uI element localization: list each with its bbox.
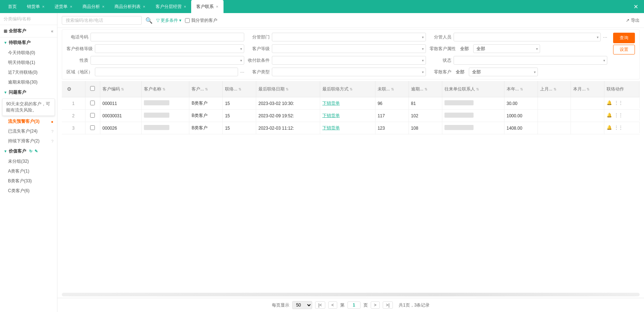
sidebar-item-churn-warning[interactable]: 流失预警客户(3) ● [0,117,57,126]
row-contact-2: 15 [223,122,256,134]
action-more-icon[interactable]: ⋮⋮ [614,100,623,105]
tab-analysis-close[interactable]: × [102,4,104,9]
person-more-btn[interactable]: ··· [603,34,607,40]
row-action-0[interactable]: 🔔 ⋮⋮ [604,97,639,108]
tab-customer-contact-close[interactable]: × [216,4,218,9]
chevron-down-icon: ▾ [179,18,181,23]
row-code-0: 000011 [100,97,141,110]
row-contact-person-0 [442,97,504,110]
first-page-btn[interactable]: |< [315,301,325,309]
th-checkbox [85,81,100,97]
status-select[interactable] [454,56,607,65]
nature-select[interactable] [90,56,244,65]
settings-button[interactable]: 设置 [613,45,635,54]
tab-analysis-list[interactable]: 商品分析列表 × [109,0,150,13]
tab-home-label: 首页 [8,4,17,10]
th-contact[interactable]: 联络...⇅ [223,81,256,97]
level-select[interactable] [272,44,426,53]
row-action-2[interactable]: 🔔 ⋮⋮ [604,122,639,133]
th-last-method[interactable]: 最后联络方式⇅ [320,81,375,97]
row-overdue-2: 108 [408,122,442,134]
last-page-btn[interactable]: >| [383,301,393,309]
tab-purchase[interactable]: 进货单 × [49,0,77,13]
sidebar-item-b-class[interactable]: B类客户(33) [0,176,57,186]
per-page-select[interactable]: 50 100 [292,301,312,309]
my-customers-checkbox[interactable]: 我分管的客户 [185,17,217,24]
refresh-icon[interactable]: ↻ [29,149,32,154]
row-last-method-0[interactable]: 下销货单 [320,97,375,110]
more-conditions-btn[interactable]: ▽ 更多条件 ▾ [156,17,181,24]
th-last-month[interactable]: 上月...⇅ [538,81,571,97]
action-contact-icon[interactable]: 🔔 [607,100,612,105]
tab-purchase-close[interactable]: × [70,4,72,9]
th-year-amount[interactable]: 本年...⇅ [504,81,538,97]
payment-select[interactable] [272,56,426,65]
tab-sales-close[interactable]: × [42,4,44,9]
th-no-contact[interactable]: 未联...⇅ [375,81,408,97]
horizontal-scrollbar[interactable] [62,293,640,296]
sidebar-item-c-class[interactable]: C类客户(6) [0,186,57,196]
tab-analysis-list-close[interactable]: × [143,4,145,9]
row-checkbox-1[interactable] [85,110,100,122]
phone-input[interactable] [90,33,244,41]
sidebar-group-value[interactable]: ▼ 价值客户 ↻ ✎ [0,146,57,157]
sidebar-item-overdue[interactable]: 逾期未联络(30) [0,77,57,87]
gear-settings-btn[interactable]: ⚙ [64,84,74,94]
tab-home[interactable]: 首页 [3,0,22,13]
th-contact-person[interactable]: 往来单位联系人⇅ [442,81,504,97]
action-contact-icon[interactable]: 🔔 [607,113,612,118]
next-page-btn[interactable]: > [371,301,380,309]
sidebar-item-tomorrow[interactable]: 明天待联络(1) [0,58,57,68]
region-more-btn[interactable]: ··· [240,69,245,75]
action-contact-icon[interactable]: 🔔 [607,125,612,130]
sidebar-item-declining[interactable]: 持续下滑客户(2) ? [0,136,57,146]
export-button[interactable]: ↗ 导出 [626,17,640,24]
sidebar-group-problem[interactable]: ▼ 问题客户 [0,87,57,98]
my-customers-check[interactable] [185,18,190,23]
price-level-select[interactable] [95,44,244,53]
row-year-amount-0: 30.00 [504,97,538,110]
row-checkbox-2[interactable] [85,122,100,134]
row-checkbox-0[interactable] [85,97,100,110]
tab-customer-layer[interactable]: 客户分层经营 × [150,0,191,13]
th-last-date[interactable]: 最后联络日期⇅ [256,81,320,97]
sidebar-item-7days[interactable]: 近7天待联络(0) [0,68,57,77]
sidebar-item-churned[interactable]: 已流失客户(24) ? [0,126,57,136]
sidebar-all-customers[interactable]: ⊞ 全部客户 « [0,25,57,37]
row-last-method-2[interactable]: 下销货单 [320,122,375,134]
sparse-attr-select[interactable]: 全部 [473,44,540,53]
tab-customer-contact[interactable]: 客户联系 × [191,0,223,13]
th-overdue[interactable]: 逾期...⇅ [408,81,442,97]
sidebar-group-pending[interactable]: ▼ 待联络客户 [0,37,57,48]
th-name[interactable]: 客户名称⇅ [141,81,189,97]
prev-page-btn[interactable]: < [328,301,337,309]
close-all-tabs[interactable]: ✕ [631,3,641,10]
th-code[interactable]: 客户编码⇅ [100,81,141,97]
page-input[interactable] [347,301,361,309]
action-more-icon[interactable]: ⋮⋮ [614,125,623,130]
region-input[interactable] [95,68,238,76]
th-type[interactable]: 客户...⇅ [189,81,223,97]
sidebar-item-today[interactable]: 今天待联络(0) [0,48,57,58]
query-button[interactable]: 查询 [613,33,635,43]
th-this-month[interactable]: 本月...⇅ [571,81,604,97]
sidebar-search-input[interactable] [4,16,57,21]
action-more-icon[interactable]: ⋮⋮ [614,113,623,118]
tab-sales[interactable]: 销货单 × [22,0,49,13]
search-button[interactable]: 🔍 [145,17,153,24]
sparse-select[interactable]: 全部 [469,68,538,76]
dept-select[interactable] [272,33,426,41]
customer-type-select[interactable] [272,68,426,76]
sidebar-item-a-class[interactable]: A类客户(1) [0,166,57,176]
collapse-icon[interactable]: « [51,29,53,34]
person-select[interactable] [454,33,601,41]
row-action-1[interactable]: 🔔 ⋮⋮ [604,110,639,121]
sidebar-item-ungroup[interactable]: 未分组(32) [0,157,57,166]
tab-analysis[interactable]: 商品分析 × [77,0,109,13]
total-info: 共1页，3条记录 [399,302,430,308]
edit-icon[interactable]: ✎ [35,149,38,154]
search-input[interactable] [62,16,142,25]
select-all-checkbox[interactable] [90,86,95,91]
tab-customer-layer-close[interactable]: × [184,4,186,9]
row-last-method-1[interactable]: 下销货单 [320,110,375,122]
